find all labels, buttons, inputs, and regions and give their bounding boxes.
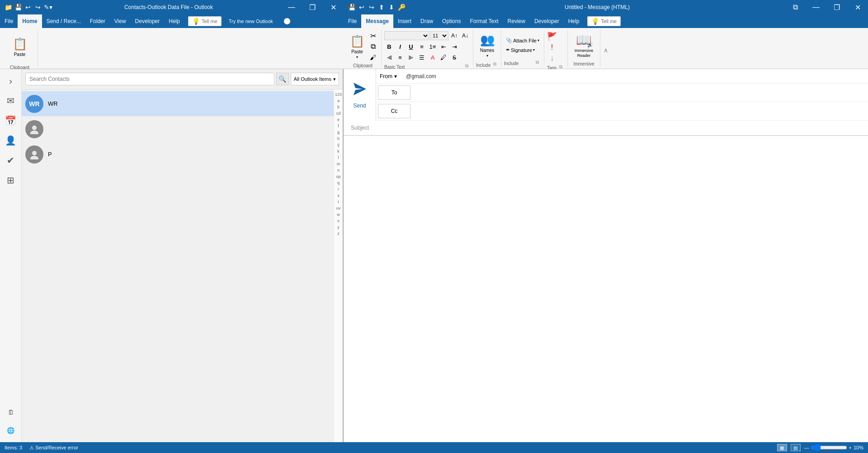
right-download-icon[interactable]: ⬇ <box>387 3 396 12</box>
align-left-btn[interactable]: ⫷ <box>384 52 394 62</box>
alpha-n[interactable]: n <box>334 167 343 173</box>
basic-text-expand-btn[interactable]: ⧉ <box>463 62 470 70</box>
tab-message[interactable]: Message <box>361 14 393 28</box>
alpha-cd[interactable]: cd <box>334 110 343 117</box>
include-expand-btn[interactable]: ⧉ <box>491 61 498 68</box>
from-dropdown[interactable]: From ▾ <box>376 73 401 79</box>
alpha-z[interactable]: z <box>334 230 343 237</box>
tab-view-left[interactable]: View <box>110 14 131 28</box>
alpha-e[interactable]: e <box>334 117 343 123</box>
cut-btn[interactable]: ✂ <box>368 31 378 41</box>
signature-btn[interactable]: ✒ Signature ▾ <box>504 46 541 54</box>
filter-dropdown[interactable]: All Outlook Items ▾ <box>291 73 339 85</box>
tab-help-left[interactable]: Help <box>164 14 184 28</box>
right-redo-icon[interactable]: ↪ <box>367 3 376 12</box>
customize-icon[interactable]: ✎▾ <box>43 3 52 12</box>
alpha-k[interactable]: k <box>334 148 343 154</box>
cc-input[interactable] <box>412 104 868 118</box>
right-upload-icon[interactable]: ⬆ <box>377 3 386 12</box>
zoom-minus-btn[interactable]: — <box>804 445 809 450</box>
alpha-f[interactable]: f <box>334 123 343 129</box>
alpha-t[interactable]: t <box>334 199 343 205</box>
tab-developer-right[interactable]: Developer <box>530 14 564 28</box>
zoom-plus-btn[interactable]: + <box>849 445 852 450</box>
alpha-ij[interactable]: ij <box>334 142 343 148</box>
alpha-m[interactable]: m <box>334 161 343 167</box>
align-justify-btn[interactable]: ☰ <box>417 52 427 62</box>
cc-btn[interactable]: Cc <box>378 104 410 118</box>
names-group-expand-btn[interactable]: ⧉ <box>534 59 541 66</box>
decrease-font-btn[interactable]: A↓ <box>460 31 470 41</box>
tab-review[interactable]: Review <box>503 14 530 28</box>
undo-icon[interactable]: ↩ <box>24 3 33 12</box>
alpha-s[interactable]: s <box>334 192 343 199</box>
alpha-g[interactable]: g <box>334 129 343 135</box>
minimize-left-btn[interactable]: — <box>281 0 302 14</box>
card-view-btn[interactable]: ▤ <box>791 444 801 451</box>
alpha-op[interactable]: op <box>334 173 343 180</box>
font-size-select[interactable]: 11 <box>430 31 448 40</box>
numbered-list-btn[interactable]: 1≡ <box>428 42 438 51</box>
contact-item-wr[interactable]: WR WR <box>22 91 334 117</box>
alpha-y[interactable]: y <box>334 224 343 230</box>
importance-high-btn[interactable]: ! <box>547 42 557 52</box>
right-undo-icon[interactable]: ↩ <box>357 3 366 12</box>
nav-address-book-icon[interactable]: 🗓 <box>3 404 19 420</box>
tab-help-right[interactable]: Help <box>564 14 584 28</box>
new-outlook-toggle[interactable]: Try the new Outlook <box>229 17 291 25</box>
alpha-a[interactable]: a <box>334 98 343 104</box>
contact-item-p[interactable]: P <box>22 142 334 167</box>
nav-calendar-icon[interactable]: 📅 <box>3 112 19 129</box>
zoom-slider[interactable] <box>811 444 847 451</box>
restore-right-btn[interactable]: ⧉ <box>785 0 806 14</box>
close-right-btn[interactable]: ✕ <box>847 0 868 14</box>
tab-send-receive[interactable]: Send / Rece... <box>42 14 85 28</box>
to-btn[interactable]: To <box>378 85 410 100</box>
tab-insert[interactable]: Insert <box>393 14 416 28</box>
decrease-indent-btn[interactable]: ⇤ <box>439 42 448 51</box>
italic-btn[interactable]: I <box>395 42 405 51</box>
nav-contacts-icon[interactable]: 👤 <box>3 132 19 149</box>
alpha-r[interactable]: r <box>334 186 343 192</box>
search-input[interactable] <box>25 73 274 85</box>
toggle-track[interactable] <box>275 17 291 25</box>
paste-btn[interactable]: 📋 Paste <box>10 32 30 62</box>
alpha-w[interactable]: w <box>334 211 343 218</box>
immersive-reader-btn[interactable]: 📖🔊 ImmersiveReader <box>573 30 595 61</box>
importance-low-btn[interactable]: ↓ <box>547 53 557 63</box>
maximize-left-btn[interactable]: ❐ <box>302 0 323 14</box>
alpha-uv[interactable]: uv <box>334 205 343 211</box>
align-center-btn[interactable]: ≡ <box>395 52 405 62</box>
font-color-btn[interactable]: A <box>428 52 438 62</box>
right-save-icon[interactable]: 💾 <box>347 3 356 12</box>
nav-globe-icon[interactable]: 🌐 <box>3 422 19 439</box>
increase-font-btn[interactable]: A↑ <box>449 31 459 41</box>
nav-tasks-icon[interactable]: ✔ <box>3 152 19 168</box>
bold-btn[interactable]: B <box>384 42 394 51</box>
highlight-btn[interactable]: 🖊 <box>439 52 448 62</box>
from-value[interactable]: @gmail.com <box>401 73 868 79</box>
tell-me-left[interactable]: 💡 Tell me <box>188 16 222 26</box>
save-icon[interactable]: 💾 <box>14 3 23 12</box>
tab-options[interactable]: Options <box>438 14 465 28</box>
search-btn[interactable]: 🔍 <box>276 73 289 85</box>
nav-apps-icon[interactable]: ⊞ <box>3 172 19 188</box>
alpha-123[interactable]: 123 <box>334 91 343 98</box>
font-family-select[interactable] <box>384 31 429 40</box>
minimize-right-btn[interactable]: — <box>806 0 826 14</box>
list-view-btn[interactable]: ▦ <box>777 444 787 451</box>
copy-btn[interactable]: ⧉ <box>368 42 378 51</box>
tab-file-left[interactable]: File <box>0 14 18 28</box>
subject-input[interactable] <box>378 121 868 135</box>
ribbon-collapse-btn[interactable]: ∧ <box>601 30 610 70</box>
email-body[interactable] <box>344 136 868 442</box>
bullets-btn[interactable]: ≡ <box>417 42 427 51</box>
nav-mail-icon[interactable]: ✉ <box>3 93 19 109</box>
names-btn[interactable]: 👥 Names ▾ <box>477 30 497 61</box>
close-left-btn[interactable]: ✕ <box>323 0 344 14</box>
underline-btn[interactable]: U <box>406 42 416 51</box>
attach-file-btn[interactable]: 📎 Attach File ▾ <box>504 37 541 44</box>
tab-format-text[interactable]: Format Text <box>465 14 503 28</box>
alpha-q[interactable]: q <box>334 180 343 186</box>
flag-btn[interactable]: 🚩 <box>547 32 557 42</box>
